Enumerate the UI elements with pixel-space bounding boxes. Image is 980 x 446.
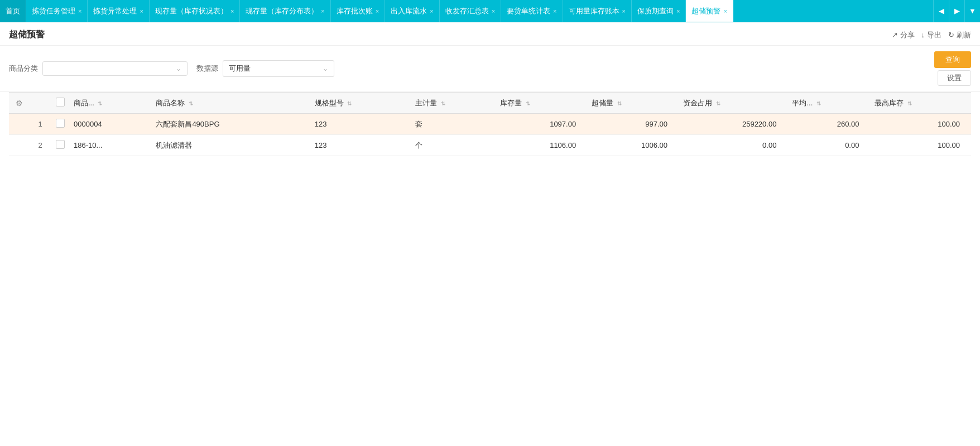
col-unit-label: 主计量: [415, 99, 437, 107]
row-capital: 259220.00: [679, 114, 787, 135]
share-icon: ↗: [892, 31, 898, 39]
nav-arrows: ◀ ▶ ▼: [933, 0, 980, 22]
col-over-sort-icon: ⇅: [617, 100, 622, 106]
refresh-icon: ↻: [948, 31, 954, 39]
close-tab-icon[interactable]: ×: [321, 8, 324, 14]
category-chevron-icon: ⌄: [176, 65, 181, 72]
nav-prev-arrow[interactable]: ◀: [933, 0, 949, 22]
nav-home[interactable]: 首页: [0, 0, 26, 22]
col-header-max[interactable]: 最高库存 ⇅: [870, 93, 971, 114]
header-actions: ↗ 分享 ↓ 导出 ↻ 刷新: [892, 30, 972, 40]
row-index: 1: [29, 114, 51, 135]
table-row: 1 0000004 六配套新昌490BPG 123 套 1097.00 997.…: [9, 114, 971, 135]
nav-next-arrow[interactable]: ▶: [949, 0, 964, 22]
share-button[interactable]: ↗ 分享: [892, 30, 915, 40]
close-tab-icon[interactable]: ×: [492, 8, 495, 14]
row-stock: 1097.00: [496, 114, 587, 135]
datasource-select[interactable]: 可用量 ⌄: [223, 60, 334, 77]
row-checkbox[interactable]: [56, 140, 65, 149]
nav-tab-tab-6[interactable]: 出入库流水×: [385, 0, 439, 22]
close-tab-icon[interactable]: ×: [723, 8, 727, 14]
row-spec: 123: [310, 114, 411, 135]
close-tab-icon[interactable]: ×: [430, 8, 433, 14]
col-header-stock[interactable]: 库存量 ⇅: [496, 93, 587, 114]
col-header-name[interactable]: 商品名称 ⇅: [151, 93, 310, 114]
nav-menu-arrow[interactable]: ▼: [964, 0, 980, 22]
row-over: 1006.00: [587, 135, 679, 156]
gear-icon[interactable]: ⚙: [16, 99, 23, 108]
close-tab-icon[interactable]: ×: [676, 8, 680, 14]
col-max-label: 最高库存: [875, 99, 904, 107]
nav-tab-tab-10[interactable]: 保质期查询×: [632, 0, 686, 22]
row-code: 0000004: [69, 114, 151, 135]
close-tab-icon[interactable]: ×: [622, 8, 626, 14]
filter-row: 商品分类 ⌄ 数据源 可用量 ⌄ 查询 设置: [0, 46, 980, 92]
col-spec-label: 规格型号: [315, 99, 344, 107]
col-avg-label: 平均...: [792, 99, 813, 107]
row-unit: 套: [411, 114, 496, 135]
filter-buttons: 查询 设置: [934, 51, 971, 86]
nav-tab-tab-7[interactable]: 收发存汇总表×: [440, 0, 501, 22]
close-tab-icon[interactable]: ×: [553, 8, 556, 14]
datasource-value: 可用量: [229, 64, 251, 74]
row-capital: 0.00: [679, 135, 787, 156]
col-over-label: 超储量: [592, 99, 613, 107]
close-tab-icon[interactable]: ×: [376, 8, 379, 14]
row-checkbox-cell: [51, 114, 69, 135]
col-max-sort-icon: ⇅: [907, 100, 912, 106]
row-max: 100.00: [870, 135, 971, 156]
nav-tab-tab-4[interactable]: 现存量（库存分布表）×: [240, 0, 330, 22]
col-unit-sort-icon: ⇅: [441, 100, 445, 106]
row-stock: 1106.00: [496, 135, 587, 156]
close-tab-icon[interactable]: ×: [140, 8, 143, 14]
nav-tab-tab-11[interactable]: 超储预警×: [686, 0, 733, 22]
col-header-capital[interactable]: 资金占用 ⇅: [679, 93, 787, 114]
col-header-avg[interactable]: 平均... ⇅: [787, 93, 870, 114]
page-content: 超储预警 ↗ 分享 ↓ 导出 ↻ 刷新 商品分类 ⌄: [0, 22, 980, 446]
datasource-filter-group: 数据源 可用量 ⌄: [196, 60, 334, 77]
row-avg: 260.00: [787, 114, 870, 135]
col-header-over[interactable]: 超储量 ⇅: [587, 93, 679, 114]
row-checkbox-cell: [51, 135, 69, 156]
settings-button[interactable]: 设置: [938, 70, 971, 86]
category-select[interactable]: ⌄: [42, 61, 188, 76]
refresh-button[interactable]: ↻ 刷新: [948, 30, 971, 40]
export-icon: ↓: [921, 31, 925, 39]
nav-tab-tab-1[interactable]: 拣货任务管理×: [26, 0, 88, 22]
close-tab-icon[interactable]: ×: [230, 8, 234, 14]
row-name: 机油滤清器: [151, 135, 310, 156]
row-checkbox[interactable]: [56, 119, 65, 128]
query-button[interactable]: 查询: [934, 51, 971, 68]
col-stock-sort-icon: ⇅: [526, 100, 530, 106]
nav-tab-tab-2[interactable]: 拣货异常处理×: [88, 0, 149, 22]
table-header-row: ⚙ 商品... ⇅ 商品名称 ⇅ 规格型号: [9, 93, 971, 114]
col-header-index: [29, 93, 51, 114]
category-filter-group: 商品分类 ⌄: [9, 61, 188, 76]
data-table: ⚙ 商品... ⇅ 商品名称 ⇅ 规格型号: [9, 92, 971, 156]
category-label: 商品分类: [9, 64, 38, 74]
nav-tab-tab-9[interactable]: 可用量库存账本×: [563, 0, 632, 22]
nav-tab-tab-8[interactable]: 要货单统计表×: [501, 0, 563, 22]
row-max: 100.00: [870, 114, 971, 135]
col-name-sort-icon: ⇅: [189, 100, 193, 106]
row-spec: 123: [310, 135, 411, 156]
col-header-spec[interactable]: 规格型号 ⇅: [310, 93, 411, 114]
col-avg-sort-icon: ⇅: [816, 100, 821, 106]
col-header-checkbox: [51, 93, 69, 114]
row-unit: 个: [411, 135, 496, 156]
col-capital-label: 资金占用: [683, 99, 712, 107]
export-button[interactable]: ↓ 导出: [921, 30, 942, 40]
nav-bar: 首页 拣货任务管理×拣货异常处理×现存量（库存状况表）×现存量（库存分布表）×库…: [0, 0, 980, 22]
col-header-unit[interactable]: 主计量 ⇅: [411, 93, 496, 114]
col-header-code[interactable]: 商品... ⇅: [69, 93, 151, 114]
close-tab-icon[interactable]: ×: [78, 8, 81, 14]
col-name-label: 商品名称: [156, 99, 185, 107]
datasource-label: 数据源: [196, 64, 218, 74]
row-over: 997.00: [587, 114, 679, 135]
nav-tab-tab-5[interactable]: 库存批次账×: [331, 0, 385, 22]
col-header-gear: ⚙: [9, 93, 29, 114]
row-avg: 0.00: [787, 135, 870, 156]
header-checkbox[interactable]: [56, 98, 65, 106]
page-header: 超储预警 ↗ 分享 ↓ 导出 ↻ 刷新: [0, 22, 980, 46]
nav-tab-tab-3[interactable]: 现存量（库存状况表）×: [150, 0, 240, 22]
